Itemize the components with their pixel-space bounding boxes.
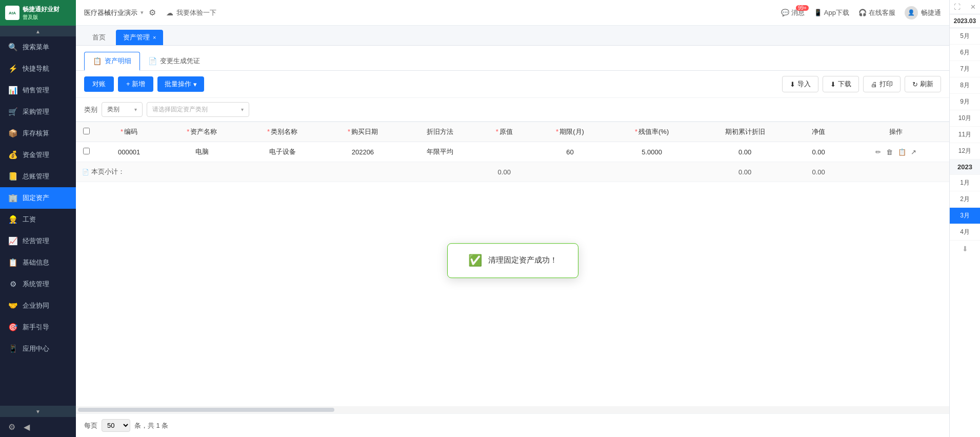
more-icon[interactable]: ↗ — [911, 148, 916, 156]
edit-icon[interactable]: ✏ — [875, 148, 881, 156]
delete-icon[interactable]: 🗑 — [886, 148, 893, 156]
tab-home[interactable]: 首页 — [84, 30, 114, 45]
guide-icon: 🎯 — [8, 323, 17, 332]
panel-expand-icon[interactable]: ⛶ — [954, 3, 961, 11]
sidebar-item-appstore[interactable]: 📱 应用中心 — [0, 338, 76, 360]
company-name: 医疗器械行业演示 — [84, 8, 137, 17]
td-depreciation-method: 年限平均 — [403, 142, 477, 162]
sidebar-item-sales[interactable]: 📊 销售管理 — [0, 80, 76, 101]
scroll-down-btn[interactable]: ▼ — [0, 406, 76, 416]
month-11[interactable]: 11月 — [950, 127, 980, 143]
subtotal-original: 0.00 — [476, 162, 532, 182]
sidebar-item-label: 系统管理 — [23, 280, 49, 289]
sidebar-item-quicknav[interactable]: ⚡ 快捷导航 — [0, 58, 76, 80]
sidebar-item-label: 搜索菜单 — [23, 43, 49, 52]
experience-btn[interactable]: ☁ 我要体验一下 — [166, 8, 216, 17]
sidebar-item-fixedassets[interactable]: 🏢 固定资产 — [0, 187, 76, 209]
month-5[interactable]: 5月 — [950, 28, 980, 45]
td-residual-rate: 5.0000 — [608, 142, 696, 162]
month-3-active[interactable]: 3月 — [950, 208, 980, 224]
month-1[interactable]: 1月 — [950, 175, 980, 191]
settings-icon[interactable]: ⚙ — [8, 422, 15, 432]
month-7[interactable]: 7月 — [950, 61, 980, 77]
app-logo: AtA 畅捷通好业财 普及版 — [0, 0, 76, 26]
download-button[interactable]: ⬇ 下载 — [823, 76, 859, 92]
sidebar-item-label: 新手引导 — [23, 323, 49, 332]
tab-area: 首页 资产管理 × — [76, 26, 949, 46]
success-toast: ✅ 清理固定资产成功！ — [447, 243, 578, 278]
company-settings-icon[interactable]: ⚙ — [149, 8, 156, 17]
subtotal-label-text: 本页小计： — [91, 167, 125, 176]
tab-asset-mgmt[interactable]: 资产管理 × — [116, 30, 163, 45]
category-filter-input[interactable]: 请选择固定资产类别 ▾ — [147, 102, 249, 117]
year-2023-label: 2023 — [950, 160, 980, 175]
total-label: 条，共 1 条 — [134, 421, 168, 430]
subtotal-label-cell: 📄 本页小计： — [76, 162, 476, 182]
sidebar-item-payroll[interactable]: 👷 工资 — [0, 209, 76, 230]
month-4[interactable]: 4月 — [950, 224, 980, 241]
scroll-up-btn[interactable]: ▲ — [0, 26, 76, 36]
topbar-right: 💬 消息 99+ 📱 App下载 🎧 在线客服 👤 畅捷通 — [781, 6, 941, 19]
category-select-label: 类别 — [107, 105, 119, 114]
category-filter-select[interactable]: 类别 ▾ — [102, 102, 143, 117]
notification-btn[interactable]: 💬 消息 99+ — [781, 8, 805, 17]
month-6[interactable]: 6月 — [950, 45, 980, 61]
sidebar-item-ledger[interactable]: 📒 总账管理 — [0, 166, 76, 187]
scroll-thumb[interactable] — [78, 408, 334, 412]
print-icon: 🖨 — [871, 81, 877, 88]
user-menu[interactable]: 👤 畅捷通 — [905, 6, 941, 19]
online-service-btn[interactable]: 🎧 在线客服 — [858, 8, 895, 17]
mgmt-icon: 📈 — [8, 236, 17, 246]
panel-close-icon[interactable]: ✕ — [970, 3, 976, 11]
panel-down-icon: ⬇ — [962, 245, 968, 253]
row-checkbox[interactable] — [83, 148, 90, 154]
subtab-voucher-gen[interactable]: 📄 变更生成凭证 — [140, 52, 208, 70]
sidebar-item-guide[interactable]: 🎯 新手引导 — [0, 316, 76, 338]
month-2[interactable]: 2月 — [950, 191, 980, 208]
sidebar-item-search[interactable]: 🔍 搜索菜单 — [0, 36, 76, 58]
system-icon: ⚙ — [8, 280, 17, 289]
sidebar-item-mgmt[interactable]: 📈 经营管理 — [0, 230, 76, 252]
sidebar-item-cooperation[interactable]: 🤝 企业协同 — [0, 295, 76, 316]
download-label: 下载 — [838, 80, 851, 89]
reconcile-button[interactable]: 对账 — [84, 76, 114, 92]
sidebar-item-basic[interactable]: 📋 基础信息 — [0, 252, 76, 273]
import-label: 导入 — [797, 80, 811, 89]
subtotal-net: 0.00 — [794, 162, 843, 182]
copy-icon[interactable]: 📋 — [898, 148, 906, 156]
add-new-button[interactable]: + 新增 — [118, 76, 153, 92]
print-button[interactable]: 🖨 打印 — [863, 76, 901, 92]
month-9[interactable]: 9月 — [950, 94, 980, 110]
toolbar: 对账 + 新增 批量操作 ▾ ⬇ 导入 ⬇ 下载 🖨 打印 ↻ 刷新 — [76, 71, 949, 98]
select-all-checkbox[interactable] — [83, 128, 90, 134]
td-period: 60 — [532, 142, 608, 162]
import-button[interactable]: ⬇ 导入 — [782, 76, 818, 92]
sidebar-item-purchase[interactable]: 🛒 采购管理 — [0, 101, 76, 123]
th-checkbox — [76, 122, 96, 142]
main-wrap: 医疗器械行业演示 ▾ ⚙ ☁ 我要体验一下 💬 消息 99+ 📱 App下载 🎧… — [76, 0, 949, 437]
subtab-asset-detail[interactable]: 📋 资产明细 — [84, 52, 140, 71]
panel-down-arrow[interactable]: ⬇ — [950, 241, 980, 257]
inventory-icon: 📦 — [8, 129, 17, 138]
panel-collapse-btn[interactable]: ▶ — [949, 208, 950, 229]
sidebar-item-system[interactable]: ⚙ 系统管理 — [0, 273, 76, 295]
th-net-value: 净值 — [794, 122, 843, 142]
refresh-button[interactable]: ↻ 刷新 — [905, 76, 941, 92]
month-12[interactable]: 12月 — [950, 143, 980, 160]
batch-ops-button[interactable]: 批量操作 ▾ — [157, 76, 204, 92]
tab-close-icon[interactable]: × — [153, 34, 156, 41]
sidebar-item-inventory[interactable]: 📦 库存核算 — [0, 123, 76, 144]
payroll-icon: 👷 — [8, 215, 17, 224]
table-wrap: *编码 *资产名称 *类别名称 *购买日期 折旧方法 *原值 *期限(月) *残… — [76, 122, 949, 406]
collapse-icon[interactable]: ◀ — [24, 422, 30, 432]
sidebar-item-funds[interactable]: 💰 资金管理 — [0, 144, 76, 166]
td-name: 电脑 — [162, 142, 242, 162]
download-icon: 📱 — [814, 9, 822, 16]
app-download-btn[interactable]: 📱 App下载 — [814, 8, 849, 17]
month-10[interactable]: 10月 — [950, 110, 980, 127]
refresh-label: 刷新 — [920, 80, 933, 89]
download-icon: ⬇ — [830, 81, 836, 88]
month-8[interactable]: 8月 — [950, 77, 980, 94]
horizontal-scrollbar[interactable] — [76, 406, 949, 413]
per-page-select[interactable]: 50 100 200 — [102, 419, 130, 432]
